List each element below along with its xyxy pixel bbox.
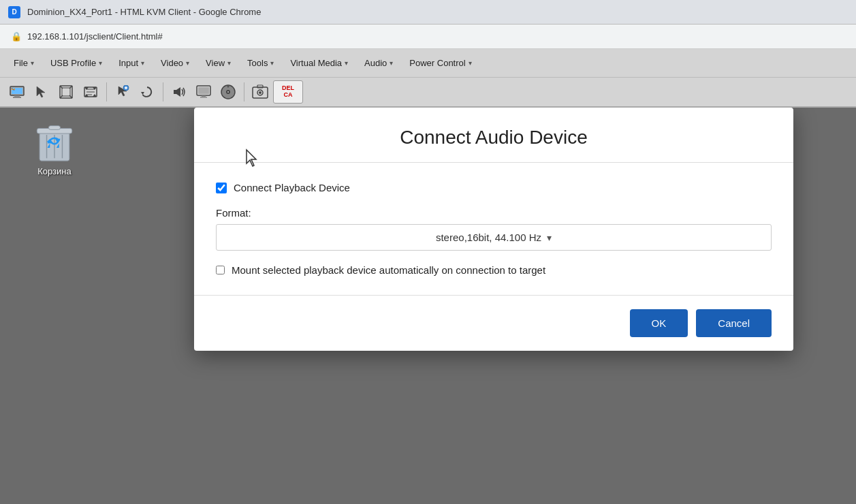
chevron-down-icon: ▾	[345, 59, 348, 67]
svg-point-39	[259, 91, 261, 94]
auto-mount-checkbox[interactable]	[216, 266, 225, 274]
ok-button[interactable]: OK	[630, 309, 688, 337]
connect-playback-row: Connect Playback Device	[216, 182, 772, 193]
modal-body: Connect Playback Device Format: stereo,1…	[194, 163, 793, 296]
auto-mount-row: Mount selected playback device automatic…	[216, 264, 772, 276]
menu-tools[interactable]: Tools ▾	[239, 54, 282, 72]
svg-rect-9	[62, 88, 70, 96]
svg-rect-2	[14, 95, 20, 97]
svg-marker-7	[37, 86, 45, 97]
address-text[interactable]: 192.168.1.101/jsclient/Client.html#	[27, 31, 163, 42]
chevron-down-icon: ▾	[270, 59, 274, 67]
menu-usb-profile[interactable]: USB Profile ▾	[42, 54, 110, 72]
svg-point-35	[227, 86, 229, 88]
browser-titlebar: D Dominion_KX4_Port1 - HTML KVM Client -…	[0, 0, 856, 25]
refresh-button[interactable]	[136, 80, 159, 104]
svg-rect-3	[13, 97, 21, 98]
chevron-down-icon: ▾	[31, 59, 34, 67]
svg-marker-26	[141, 92, 144, 95]
chevron-down-icon: ▾	[186, 59, 189, 67]
chevron-down-icon: ▾	[141, 59, 144, 67]
chevron-down-icon: ▾	[99, 59, 102, 67]
modal-overlay: Connect Audio Device Connect Playback De…	[0, 108, 856, 504]
svg-point-5	[12, 89, 13, 90]
auto-mount-label[interactable]: Mount selected playback device automatic…	[232, 264, 545, 276]
modal-header: Connect Audio Device	[194, 108, 793, 163]
audio-button[interactable]	[168, 80, 191, 104]
chevron-down-icon: ▾	[390, 59, 393, 67]
toolbar-separator-2	[163, 82, 163, 101]
menu-power-control[interactable]: Power Control ▾	[401, 54, 479, 72]
svg-point-34	[227, 91, 229, 93]
modal-footer: OK Cancel	[194, 296, 793, 351]
format-select[interactable]: stereo,16bit, 44.100 Hz ▾	[216, 224, 772, 251]
menu-audio[interactable]: Audio ▾	[356, 54, 401, 72]
menu-file[interactable]: File ▾	[5, 54, 42, 72]
svg-point-6	[14, 89, 15, 90]
format-label: Format:	[216, 207, 772, 219]
autoscale-button[interactable]	[79, 80, 102, 104]
svg-marker-27	[174, 87, 180, 97]
modal-title: Connect Audio Device	[216, 127, 772, 148]
monitor-button[interactable]	[192, 80, 215, 104]
format-value: stereo,16bit, 44.100 Hz	[436, 232, 541, 243]
format-row: Format: stereo,16bit, 44.100 Hz ▾	[216, 207, 772, 251]
connect-playback-label[interactable]: Connect Playback Device	[234, 182, 350, 193]
cad-button[interactable]: DEL CA	[273, 80, 303, 104]
chevron-down-icon: ▾	[469, 59, 472, 67]
kvm-settings-button[interactable]	[5, 80, 29, 104]
svg-rect-29	[198, 87, 209, 94]
connect-playback-checkbox[interactable]	[216, 183, 227, 193]
connect-audio-modal: Connect Audio Device Connect Playback De…	[194, 108, 793, 351]
screenshot-button[interactable]	[249, 80, 272, 104]
menu-input[interactable]: Input ▾	[110, 54, 153, 72]
icon-toolbar: DEL CA	[0, 78, 856, 108]
menu-video[interactable]: Video ▾	[153, 54, 197, 72]
svg-marker-21	[93, 94, 97, 97]
chevron-down-icon: ▾	[227, 59, 231, 67]
chevron-down-icon: ▾	[547, 232, 552, 243]
browser-favicon: D	[8, 6, 20, 18]
menu-view[interactable]: View ▾	[197, 54, 239, 72]
pointer-button[interactable]	[30, 80, 53, 104]
cancel-button[interactable]: Cancel	[696, 309, 772, 337]
pointer2-button[interactable]	[111, 80, 134, 104]
toolbar-separator-3	[244, 82, 244, 101]
svg-rect-30	[202, 95, 206, 97]
svg-rect-1	[12, 88, 22, 94]
browser-title: Dominion_KX4_Port1 - HTML KVM Client - G…	[27, 7, 261, 17]
app-menubar: File ▾ USB Profile ▾ Input ▾ Video ▾ Vie…	[0, 49, 856, 78]
toolbar-separator-1	[106, 82, 107, 101]
lock-icon: 🔒	[11, 31, 22, 42]
svg-rect-31	[200, 97, 207, 98]
virtual-media-button[interactable]	[217, 80, 240, 104]
browser-addressbar: 🔒 192.168.1.101/jsclient/Client.html#	[0, 25, 856, 49]
fullscreen-button[interactable]	[54, 80, 78, 104]
menu-virtual-media[interactable]: Virtual Media ▾	[282, 54, 356, 72]
desktop-area: Корзина Connect Audio Device Connect Pla…	[0, 108, 856, 504]
